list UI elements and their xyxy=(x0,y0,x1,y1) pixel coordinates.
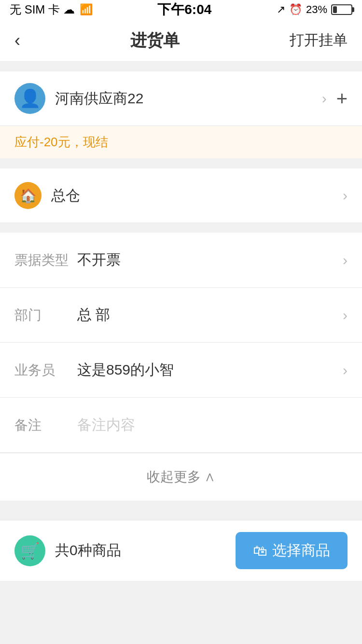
select-product-button[interactable]: 🛍 选择商品 xyxy=(236,532,348,569)
collapse-text: 收起更多 ∧ xyxy=(147,469,216,484)
battery-text: 23% xyxy=(306,3,327,16)
add-button[interactable]: + xyxy=(336,88,348,110)
supplier-chevron-icon: › xyxy=(322,90,327,107)
warehouse-icon: 🏠 xyxy=(20,188,37,204)
back-button[interactable]: ‹ xyxy=(14,30,20,51)
supplier-section: 👤 河南供应商22 › + 应付-20元，现结 xyxy=(0,71,362,159)
notice-text: 应付-20元，现结 xyxy=(14,135,108,149)
department-label: 部门 xyxy=(14,306,77,324)
status-right: ↗ ⏰ 23% xyxy=(277,3,352,16)
status-bar: 无 SIM 卡 ☁ 📶 下午6:04 ↗ ⏰ 23% xyxy=(0,0,362,19)
invoice-type-row[interactable]: 票据类型 不开票 › xyxy=(0,233,362,288)
mid-divider2 xyxy=(0,223,362,233)
invoice-type-value: 不开票 xyxy=(77,250,343,270)
salesperson-row[interactable]: 业务员 这是859的小智 › xyxy=(0,343,362,398)
warehouse-name: 总仓 xyxy=(51,186,343,206)
nav-bar: ‹ 进货单 打开挂单 xyxy=(0,19,362,62)
alarm-icon: ⏰ xyxy=(289,3,302,16)
cart-add-icon: 🛍 xyxy=(253,543,267,559)
bottom-divider xyxy=(0,501,362,510)
collapse-button[interactable]: 收起更多 ∧ xyxy=(0,453,362,501)
invoice-type-label: 票据类型 xyxy=(14,251,77,269)
warehouse-icon-bg: 🏠 xyxy=(14,182,42,209)
salesperson-value: 这是859的小智 xyxy=(77,360,343,380)
select-product-label: 选择商品 xyxy=(272,541,330,560)
supplier-row[interactable]: 👤 河南供应商22 › + xyxy=(0,71,362,126)
status-time: 下午6:04 xyxy=(157,0,211,19)
supplier-avatar: 👤 xyxy=(14,83,45,114)
remark-input[interactable]: 备注内容 xyxy=(77,415,348,435)
department-row[interactable]: 部门 总 部 › xyxy=(0,288,362,343)
warehouse-chevron-icon: › xyxy=(343,187,348,204)
top-divider xyxy=(0,62,362,71)
battery-icon xyxy=(331,4,352,15)
department-value: 总 部 xyxy=(77,305,343,325)
department-chevron-icon: › xyxy=(343,307,348,323)
page-title: 进货单 xyxy=(130,29,180,52)
wifi-icon: 📶 xyxy=(80,3,93,16)
warehouse-row[interactable]: 🏠 总仓 › xyxy=(0,168,362,223)
salesperson-label: 业务员 xyxy=(14,361,77,379)
product-count: 共0种商品 xyxy=(55,541,236,560)
status-left: 无 SIM 卡 ☁ 📶 xyxy=(10,2,93,17)
form-section: 票据类型 不开票 › 部门 总 部 › 业务员 这是859的小智 › 备注 备注… xyxy=(0,233,362,501)
invoice-type-chevron-icon: › xyxy=(343,252,348,268)
location-icon: ↗ xyxy=(277,3,285,16)
salesperson-chevron-icon: › xyxy=(343,362,348,378)
product-icon-bg: 🛒 xyxy=(14,535,45,566)
mid-divider1 xyxy=(0,159,362,168)
supplier-name: 河南供应商22 xyxy=(55,89,322,109)
product-icon: 🛒 xyxy=(20,542,40,560)
product-bar: 🛒 共0种商品 🛍 选择商品 xyxy=(0,520,362,581)
sim-text: 无 SIM 卡 ☁ xyxy=(10,2,75,17)
person-icon: 👤 xyxy=(19,88,41,109)
notice-bar: 应付-20元，现结 xyxy=(0,126,362,159)
remark-label: 备注 xyxy=(14,416,77,434)
open-pending-button[interactable]: 打开挂单 xyxy=(290,30,348,50)
remark-row[interactable]: 备注 备注内容 xyxy=(0,398,362,453)
